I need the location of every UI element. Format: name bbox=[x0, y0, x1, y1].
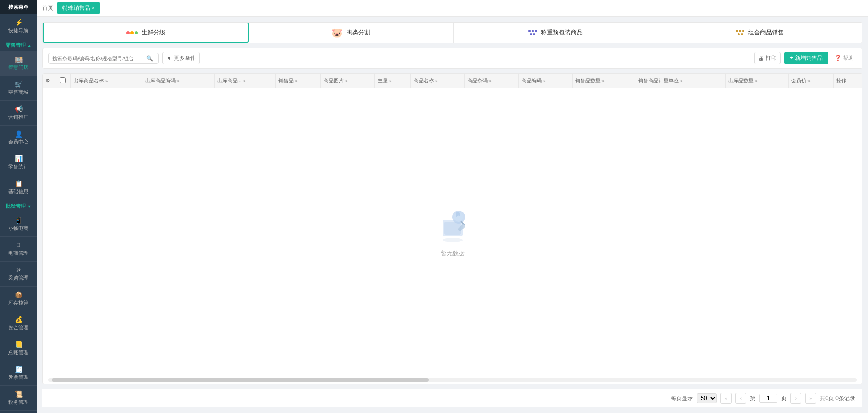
col-member-price[interactable]: 会员价⇅ bbox=[788, 74, 833, 88]
filter-label: 更多条件 bbox=[174, 54, 196, 62]
scrollbar-thumb[interactable] bbox=[52, 378, 429, 382]
sidebar-item-retail-mall[interactable]: 🛒 零售商城 bbox=[0, 76, 37, 101]
sidebar-item-label: 基础信息 bbox=[8, 188, 28, 195]
sidebar-item-quick-nav[interactable]: ⚡ 快捷导航 bbox=[0, 14, 37, 39]
empty-state-icon bbox=[434, 207, 471, 244]
sidebar-item-label: 小畅电商 bbox=[8, 225, 28, 232]
sidebar-item-fixed-assets[interactable]: 🏗 固定资产 bbox=[0, 411, 37, 413]
sort-icon: ⇅ bbox=[755, 79, 758, 83]
col-out-stock-qty[interactable]: 出库品数量⇅ bbox=[725, 74, 788, 88]
search-icon[interactable]: 🔍 bbox=[146, 55, 153, 62]
sort-icon: ⇅ bbox=[345, 79, 348, 83]
col-out-goods-code[interactable]: 出库商品编码⇅ bbox=[142, 74, 215, 88]
col-sales-unit[interactable]: 销售商品计量单位⇅ bbox=[635, 74, 726, 88]
sort-icon: ⇅ bbox=[807, 79, 811, 83]
page-input[interactable] bbox=[759, 394, 777, 403]
print-button[interactable]: 🖨 打印 bbox=[754, 52, 781, 64]
sidebar-item-tax-mgmt[interactable]: 📜 税务管理 bbox=[0, 386, 37, 411]
per-page-select[interactable]: 50 bbox=[697, 393, 717, 403]
sort-icon: ⇅ bbox=[435, 79, 438, 83]
sidebar-item-smart-store[interactable]: 🏬 智慧门店 bbox=[0, 51, 37, 76]
data-table-container: ⚙ 出库商品名称⇅ 出库商品编码⇅ 出库商品...⇅ 销售品⇅ 商品图片⇅ 主量… bbox=[42, 73, 862, 384]
table-header: ⚙ 出库商品名称⇅ 出库商品编码⇅ 出库商品...⇅ 销售品⇅ 商品图片⇅ 主量… bbox=[43, 74, 862, 88]
sort-icon: ⇅ bbox=[389, 79, 392, 83]
sort-icon: ⇅ bbox=[105, 79, 108, 83]
next-page-button[interactable]: › bbox=[790, 393, 801, 404]
sidebar-item-inventory[interactable]: 📦 库存核算 bbox=[0, 287, 37, 311]
col-goods-code[interactable]: 商品编码⇅ bbox=[518, 74, 572, 88]
category-tab-meat-cut[interactable]: 🐷 肉类分割 bbox=[249, 23, 453, 43]
col-settings[interactable]: ⚙ bbox=[43, 74, 57, 88]
weight-prepacked-label: 称重预包装商品 bbox=[541, 29, 583, 37]
col-main-weight[interactable]: 主量⇅ bbox=[374, 74, 410, 88]
sidebar-item-mini-ecom[interactable]: 📱 小畅电商 bbox=[0, 212, 37, 237]
col-goods-name[interactable]: 商品名称⇅ bbox=[410, 74, 464, 88]
category-tab-fresh-grade[interactable]: 生鲜分级 bbox=[43, 23, 249, 43]
help-label: 帮助 bbox=[843, 55, 854, 61]
per-page-label: 每页显示 bbox=[671, 395, 693, 402]
data-table: ⚙ 出库商品名称⇅ 出库商品编码⇅ 出库商品...⇅ 销售品⇅ 商品图片⇅ 主量… bbox=[43, 74, 862, 88]
quick-nav-icon: ⚡ bbox=[15, 19, 23, 26]
sort-icon: ⇅ bbox=[680, 79, 683, 83]
sidebar-item-sales-promo[interactable]: 📢 营销推广 bbox=[0, 101, 37, 126]
search-input[interactable] bbox=[52, 56, 144, 61]
select-all-checkbox[interactable] bbox=[60, 77, 66, 83]
sidebar-item-label: 智慧门店 bbox=[8, 64, 28, 71]
col-goods-barcode[interactable]: 商品条码⇅ bbox=[465, 74, 518, 88]
sidebar-item-purchase-mgmt[interactable]: 🛍 采购管理 bbox=[0, 262, 37, 287]
new-sales-item-button[interactable]: + 新增销售品 bbox=[784, 52, 828, 64]
sidebar-item-ecom-mgmt[interactable]: 🖥 电商管理 bbox=[0, 237, 37, 262]
total-records-label: 共0页 0条记录 bbox=[820, 395, 855, 402]
general-ledger-icon: 📒 bbox=[15, 341, 23, 348]
sidebar-item-retail-stats[interactable]: 📊 零售统计 bbox=[0, 150, 37, 175]
category-tab-weight-prepacked[interactable]: 称重预包装商品 bbox=[454, 23, 658, 43]
sidebar-logo[interactable]: 搜索菜单 bbox=[0, 0, 37, 14]
sidebar-item-label: 税务管理 bbox=[8, 399, 28, 406]
last-page-button[interactable]: » bbox=[805, 393, 816, 404]
col-out-goods-spec[interactable]: 出库商品...⇅ bbox=[214, 74, 276, 88]
sort-icon: ⇅ bbox=[243, 79, 246, 83]
col-action: 操作 bbox=[833, 74, 862, 88]
meat-cut-icon: 🐷 bbox=[331, 27, 343, 38]
sidebar-item-retail-mgmt[interactable]: 零售管理 ▲ bbox=[0, 39, 37, 51]
first-page-button[interactable]: « bbox=[720, 393, 732, 404]
col-check[interactable] bbox=[57, 74, 70, 88]
sidebar-item-base-info[interactable]: 📋 基础信息 bbox=[0, 175, 37, 200]
sort-icon: ⇅ bbox=[601, 79, 605, 83]
sidebar-item-wholesale-mgmt[interactable]: 批发管理 ▼ bbox=[0, 200, 37, 212]
tax-mgmt-icon: 📜 bbox=[15, 390, 23, 398]
sidebar-item-finance[interactable]: 💰 资金管理 bbox=[0, 311, 37, 336]
page-label: 第 bbox=[750, 395, 755, 402]
finance-icon: 💰 bbox=[15, 316, 23, 323]
sidebar: 搜索菜单 ⚡ 快捷导航 零售管理 ▲ 🏬 智慧门店 🛒 零售商城 📢 营销推广 … bbox=[0, 0, 37, 413]
filter-button[interactable]: ▼ 更多条件 bbox=[162, 52, 200, 64]
sidebar-item-members[interactable]: 👤 会员中心 bbox=[0, 126, 37, 150]
combo-sales-icon bbox=[736, 30, 744, 35]
sidebar-item-label: 会员中心 bbox=[8, 138, 28, 145]
col-sales-goods[interactable]: 销售品⇅ bbox=[276, 74, 321, 88]
topbar-home[interactable]: 首页 bbox=[42, 4, 53, 12]
help-button[interactable]: ❓ 帮助 bbox=[832, 52, 857, 64]
fresh-grade-label: 生鲜分级 bbox=[142, 29, 165, 37]
category-tab-combo-sales[interactable]: 组合商品销售 bbox=[658, 23, 862, 43]
sidebar-item-general-ledger[interactable]: 📒 总账管理 bbox=[0, 336, 37, 361]
content-area: 生鲜分级 🐷 肉类分割 称重预包装商品 bbox=[37, 17, 868, 413]
topbar: 首页 特殊销售品 × bbox=[37, 0, 868, 17]
print-icon: 🖨 bbox=[758, 55, 764, 62]
sidebar-item-label: 零售统计 bbox=[8, 163, 28, 170]
retail-mgmt-arrow-icon: ▲ bbox=[28, 43, 32, 48]
col-sales-qty[interactable]: 销售品数量⇅ bbox=[573, 74, 635, 88]
sort-icon: ⇅ bbox=[488, 79, 492, 83]
topbar-tab-close-icon[interactable]: × bbox=[92, 6, 95, 11]
search-box[interactable]: 🔍 bbox=[48, 53, 159, 64]
sidebar-item-label: 零售商城 bbox=[8, 89, 28, 96]
prev-page-button[interactable]: ‹ bbox=[735, 393, 746, 404]
col-goods-image[interactable]: 商品图片⇅ bbox=[321, 74, 374, 88]
col-out-goods-name[interactable]: 出库商品名称⇅ bbox=[70, 74, 142, 88]
sidebar-item-invoice-mgmt[interactable]: 🧾 发票管理 bbox=[0, 361, 37, 386]
ecom-mgmt-icon: 🖥 bbox=[15, 241, 22, 249]
members-icon: 👤 bbox=[15, 130, 23, 138]
horizontal-scrollbar[interactable] bbox=[48, 378, 857, 382]
topbar-active-tab[interactable]: 特殊销售品 × bbox=[57, 2, 100, 14]
smart-store-icon: 🏬 bbox=[15, 56, 23, 63]
